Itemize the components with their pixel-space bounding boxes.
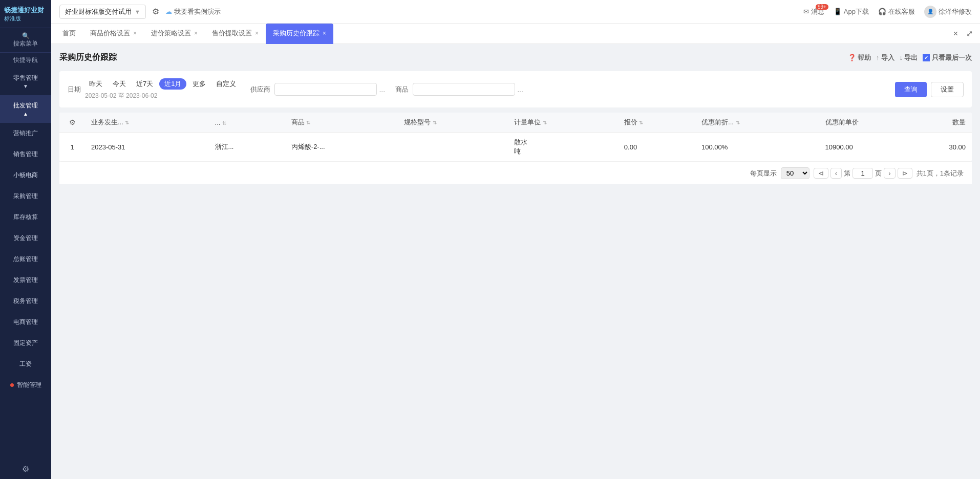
pagination: 每页显示 50 100 200 ⊲ ‹ 第 页 › ⊳ 共1页，1条记录 [59,162,972,184]
th-price-before: 优惠前单价 [819,113,931,133]
tab-price[interactable]: 商品价格设置 × [83,24,144,44]
sidebar-label-ledger: 总账管理 [13,255,38,264]
online-service-label: 在线客服 [888,7,915,16]
message-button[interactable]: ✉ 消息 99+ [803,7,824,16]
wholesale-arrow: ▲ [23,111,28,117]
page-header: 采购历史价跟踪 ❓ 帮助 ↑ 导入 ↓ 导出 ✓ 只看最后一次 [59,52,972,63]
tab-history-price[interactable]: 采购历史价跟踪 × [266,24,333,44]
query-button[interactable]: 查询 [895,82,927,97]
sidebar-label-tax: 税务管理 [13,297,38,306]
table-row[interactable]: 1 2023-05-31 浙江... 丙烯酸-2-... 散水 吨 0.00 1… [59,133,972,162]
th-spec: 规格型号 ⇅ [398,113,508,133]
logo-sub: 标准版 [4,15,47,23]
filter-actions: 查询 设置 [895,82,964,97]
column-settings-icon[interactable]: ⚙ [69,118,76,126]
app-download-button[interactable]: 📱 App下载 [834,7,869,16]
th-gear[interactable]: ⚙ [59,113,85,133]
sidebar-item-finance[interactable]: 资金管理 [0,228,51,249]
sidebar-item-ecom[interactable]: 电商管理 [0,312,51,333]
sidebar-item-wholesale[interactable]: 批发管理 ▲ [0,95,51,123]
sort-quote[interactable]: ⇅ [639,120,643,125]
only-last-label: 只看最后一次 [932,53,972,62]
page-next-button[interactable]: › [884,168,895,179]
sort-product[interactable]: ⇅ [306,120,310,125]
sidebar-item-invoice[interactable]: 发票管理 [0,270,51,291]
th-product: 商品 ⇅ [285,113,398,133]
filter-row: 日期 昨天 今天 近7天 近1月 更多 自定义 2023-05-02 至 202… [68,78,964,100]
sidebar-item-salary[interactable]: 工资 [0,354,51,375]
online-service-button[interactable]: 🎧 在线客服 [878,7,915,16]
sort-spec[interactable]: ⇅ [433,120,437,125]
user-menu[interactable]: 👤 徐泽华修改 [924,6,972,18]
cell-date: 2023-05-31 [85,133,209,162]
sort-discount[interactable]: ⇅ [736,120,740,125]
tab-sale-price[interactable]: 售价提取设置 × [205,24,266,44]
tab-purchase-strategy-close[interactable]: × [194,30,198,37]
tab-purchase-strategy[interactable]: 进价策略设置 × [144,24,205,44]
sidebar-item-tax[interactable]: 税务管理 [0,291,51,312]
smart-dot [10,383,14,387]
sidebar-item-purchase[interactable]: 采购管理 [0,186,51,207]
sort-col3[interactable]: ⇅ [222,120,226,126]
per-page-select[interactable]: 50 100 200 [781,167,809,179]
help-button[interactable]: ❓ 帮助 [848,53,871,62]
demo-button[interactable]: ☁ 我要看实例演示 [165,7,221,16]
date-opt-7days[interactable]: 近7天 [132,78,157,90]
only-last-checkbox[interactable]: ✓ 只看最后一次 [923,53,972,62]
sidebar-item-smart[interactable]: 智能管理 [0,375,51,396]
product-selector[interactable]: 好业财标准版交付试用 ▼ [59,5,146,19]
supplier-input[interactable] [274,83,377,96]
sidebar-item-inventory[interactable]: 库存核算 [0,207,51,228]
cell-spec [398,133,508,162]
tab-purchase-strategy-label: 进价策略设置 [151,29,191,38]
sidebar-label-quicknav: 快捷导航 [0,56,51,64]
sidebar-item-quicknav[interactable]: 快捷导航 [0,53,51,68]
tab-expand-button[interactable]: ⤢ [963,28,976,39]
page-first-button[interactable]: ⊲ [814,168,828,179]
date-opt-yesterday[interactable]: 昨天 [85,78,106,90]
settings-icon[interactable]: ⚙ [5,464,46,474]
supplier-dots[interactable]: ... [379,85,385,94]
help-label: 帮助 [858,53,871,62]
date-opt-more[interactable]: 更多 [188,78,210,90]
tab-history-price-close[interactable]: × [323,30,326,37]
page-input[interactable] [853,168,873,179]
date-opt-1month[interactable]: 近1月 [159,78,186,90]
sidebar-item-ecom-small[interactable]: 小畅电商 [0,165,51,186]
tab-price-close[interactable]: × [133,30,137,37]
sidebar-label-marketing: 营销推广 [13,129,38,138]
sort-unit[interactable]: ⇅ [543,120,547,125]
message-icon: ✉ [803,8,809,15]
page-nav: ⊲ ‹ 第 页 › ⊳ [814,168,912,179]
page-title-text: 采购历史价跟踪 [59,52,117,63]
product-input[interactable] [413,83,515,96]
page-unit: 页 [875,169,882,178]
sidebar-item-assets[interactable]: 固定资产 [0,333,51,354]
retail-arrow: ▼ [23,83,28,89]
tab-close-all-button[interactable]: × [950,28,961,39]
sort-date[interactable]: ⇅ [125,120,129,125]
page-prev-button[interactable]: ‹ [830,168,842,179]
export-icon: ↓ [900,54,903,61]
product-settings-icon[interactable]: ⚙ [152,7,159,16]
product-dots[interactable]: ... [517,85,523,94]
th-product-label: 商品 [291,118,305,126]
sidebar-item-ledger[interactable]: 总账管理 [0,249,51,270]
settings-button[interactable]: 设置 [931,82,964,97]
tab-sale-price-close[interactable]: × [255,30,259,37]
sidebar-item-marketing[interactable]: 营销推广 [0,123,51,144]
sidebar-item-sales[interactable]: 销售管理 [0,144,51,165]
export-button[interactable]: ↓ 导出 [900,53,918,62]
date-opt-today[interactable]: 今天 [109,78,130,90]
tab-home[interactable]: 首页 [55,24,83,44]
sidebar-label-ecom-small: 小畅电商 [13,171,38,180]
tabbar: 首页 商品价格设置 × 进价策略设置 × 售价提取设置 × 采购历史价跟踪 × … [51,24,980,44]
tab-history-price-label: 采购历史价跟踪 [273,29,319,38]
import-button[interactable]: ↑ 导入 [876,53,894,62]
date-opt-custom[interactable]: 自定义 [212,78,240,90]
th-date-label: 业务发生... [91,118,123,126]
sidebar-item-retail[interactable]: 零售管理 ▼ [0,68,51,95]
th-discount: 优惠前折... ⇅ [695,113,819,133]
sidebar-item-search[interactable]: 🔍 搜索菜单 [0,28,51,53]
page-last-button[interactable]: ⊳ [898,168,912,179]
